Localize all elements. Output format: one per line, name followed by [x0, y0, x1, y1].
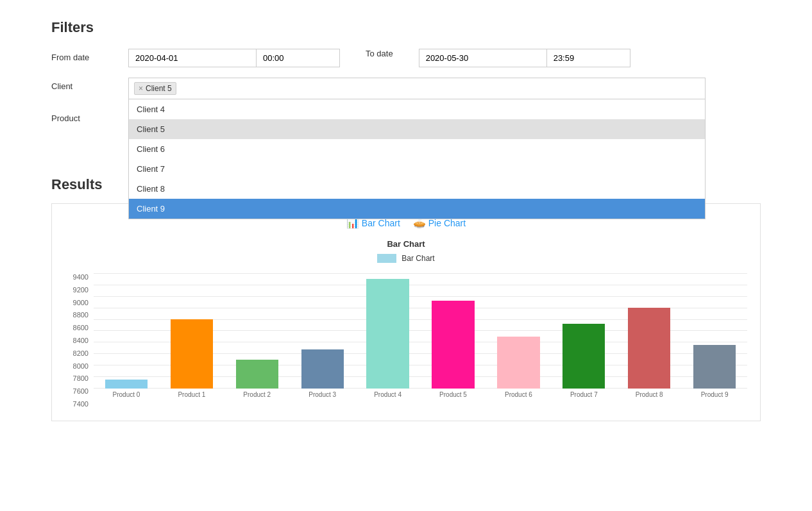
- x-label: Product 1: [159, 389, 224, 408]
- client-tag-label: Client 5: [146, 84, 172, 93]
- y-axis-label: 8400: [73, 337, 89, 344]
- bar-rect[interactable]: [562, 324, 605, 389]
- bar-rect[interactable]: [432, 301, 474, 389]
- x-label: Product 6: [486, 389, 551, 408]
- chart-container: 📊 Bar Chart 🥧 Pie Chart Bar Chart Bar Ch…: [51, 203, 761, 421]
- y-axis-label: 9400: [73, 273, 89, 281]
- x-label: Product 2: [224, 389, 290, 408]
- from-date-label: From date: [51, 49, 115, 62]
- x-label: Product 5: [421, 389, 486, 408]
- bar-group: [94, 273, 159, 389]
- x-label: Product 3: [290, 389, 355, 408]
- bar-rect[interactable]: [497, 337, 539, 389]
- legend-label: Bar Chart: [402, 254, 434, 263]
- from-date-input[interactable]: [128, 49, 257, 67]
- dropdown-item[interactable]: Client 6: [129, 139, 705, 159]
- bar-group: [486, 273, 551, 389]
- from-time-input[interactable]: [257, 49, 340, 67]
- legend-color: [377, 254, 396, 263]
- dropdown-item[interactable]: Client 7: [129, 159, 705, 179]
- chart-legend: Bar Chart: [65, 254, 747, 263]
- y-axis: 9400920090008800860084008200800078007600…: [65, 273, 94, 408]
- y-axis-label: 7400: [73, 400, 89, 408]
- x-label: Product 8: [616, 389, 682, 408]
- bar-rect[interactable]: [105, 380, 148, 389]
- to-date-label: To date: [353, 49, 406, 58]
- bar-rect[interactable]: [171, 319, 213, 389]
- x-label: Product 7: [551, 389, 616, 408]
- client-tag: ×Client 5: [134, 82, 176, 95]
- x-labels: Product 0Product 1Product 2Product 3Prod…: [94, 389, 747, 408]
- to-date-input[interactable]: [419, 49, 547, 67]
- bar-rect[interactable]: [301, 349, 344, 389]
- x-label: Product 4: [355, 389, 421, 408]
- client-dropdown: Client 4Client 5Client 6Client 7Client 8…: [128, 99, 706, 219]
- y-axis-label: 7800: [73, 374, 89, 382]
- dropdown-item[interactable]: Client 9: [129, 199, 705, 219]
- y-axis-label: 8200: [73, 349, 89, 357]
- bar-rect[interactable]: [693, 345, 736, 389]
- y-axis-label: 7600: [73, 387, 89, 395]
- client-label: Client: [51, 78, 115, 91]
- filters-title: Filters: [51, 19, 761, 36]
- bars-wrapper: Product 0Product 1Product 2Product 3Prod…: [94, 273, 747, 408]
- dropdown-item[interactable]: Client 5: [129, 119, 705, 139]
- dropdown-item[interactable]: Client 4: [129, 99, 705, 119]
- bar-rect[interactable]: [236, 360, 278, 389]
- x-label: Product 0: [94, 389, 159, 408]
- bar-group: [159, 273, 224, 389]
- y-axis-label: 9200: [73, 286, 89, 294]
- x-label: Product 9: [682, 389, 747, 408]
- bar-group: [224, 273, 290, 389]
- y-axis-label: 8000: [73, 362, 89, 370]
- client-select-container: ×Client 5 Client 4Client 5Client 6Client…: [128, 78, 706, 99]
- bar-chart: 9400920090008800860084008200800078007600…: [65, 273, 747, 408]
- bar-group: [682, 273, 747, 389]
- bar-group: [421, 273, 486, 389]
- to-time-input[interactable]: [547, 49, 630, 67]
- bar-group: [551, 273, 616, 389]
- chart-title: Bar Chart: [65, 239, 747, 249]
- y-axis-label: 8600: [73, 324, 89, 331]
- bar-group: [355, 273, 421, 389]
- client-tag-input[interactable]: ×Client 5: [128, 78, 706, 99]
- y-axis-label: 9000: [73, 299, 89, 306]
- bar-rect[interactable]: [366, 279, 409, 389]
- bars-row: [94, 273, 747, 389]
- bar-group: [290, 273, 355, 389]
- y-axis-label: 8800: [73, 311, 89, 319]
- bar-group: [616, 273, 682, 389]
- product-label: Product: [51, 110, 115, 123]
- client-tag-x[interactable]: ×: [139, 84, 143, 93]
- bar-rect[interactable]: [628, 308, 670, 389]
- dropdown-item[interactable]: Client 8: [129, 179, 705, 199]
